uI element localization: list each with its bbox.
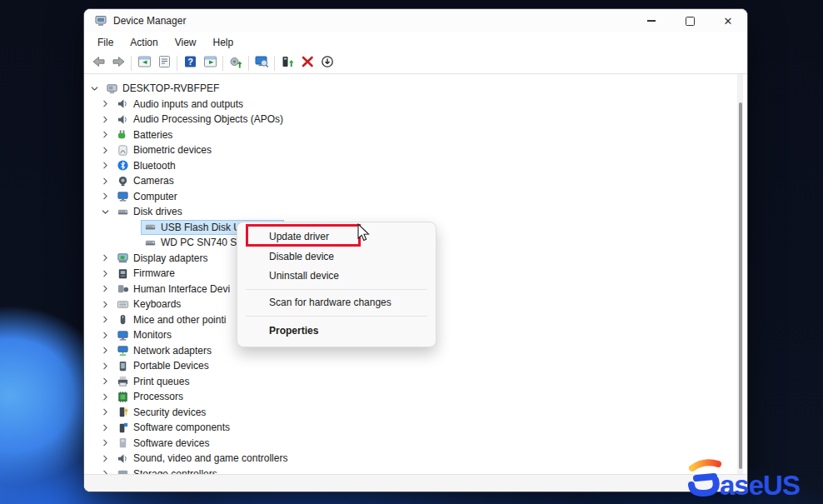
- chevron-right-icon[interactable]: [100, 99, 110, 109]
- device-item[interactable]: Security devices: [113, 405, 209, 420]
- chevron-right-icon[interactable]: [100, 161, 110, 171]
- chevron-right-icon[interactable]: [100, 145, 110, 155]
- tree-row[interactable]: Cameras: [84, 173, 747, 189]
- device-item[interactable]: DESKTOP-RVBFPEF: [102, 81, 222, 96]
- chevron-right-icon[interactable]: [100, 453, 110, 463]
- help-button[interactable]: ?: [180, 54, 200, 72]
- tree-row[interactable]: Biometric devices: [84, 142, 747, 158]
- tree-row[interactable]: Security devices: [84, 405, 747, 421]
- context-menu-item-properties[interactable]: Properties: [237, 320, 436, 342]
- device-item[interactable]: Audio inputs and outputs: [113, 97, 247, 112]
- chevron-right-icon[interactable]: [100, 315, 110, 325]
- chevron-right-icon[interactable]: [100, 377, 110, 387]
- context-menu-item-uninstall-device[interactable]: Uninstall device: [237, 267, 436, 286]
- software-device-icon: [117, 437, 129, 449]
- device-item[interactable]: Display adapters: [113, 251, 211, 266]
- device-item[interactable]: Print queues: [113, 374, 192, 389]
- tree-row[interactable]: Storage controllers: [84, 467, 747, 475]
- device-item[interactable]: Biometric devices: [113, 142, 215, 157]
- device-item[interactable]: Software devices: [113, 436, 212, 451]
- maximize-button[interactable]: [671, 9, 709, 32]
- chevron-right-icon[interactable]: [100, 299, 110, 309]
- context-menu-item-update-driver[interactable]: Update driver: [237, 226, 436, 247]
- device-item[interactable]: Portable Devices: [113, 358, 212, 373]
- device-item[interactable]: Keyboards: [113, 297, 184, 312]
- close-button[interactable]: ✕: [709, 9, 747, 32]
- chevron-right-icon[interactable]: [100, 130, 110, 140]
- tree-row[interactable]: Batteries: [84, 127, 747, 143]
- tree-row[interactable]: Processors: [84, 389, 747, 405]
- chevron-down-icon[interactable]: [100, 207, 110, 217]
- chevron-right-icon[interactable]: [100, 284, 110, 294]
- device-item[interactable]: Cameras: [113, 173, 177, 188]
- chevron-right-icon[interactable]: [100, 422, 110, 432]
- tree-row[interactable]: Audio inputs and outputs: [84, 97, 747, 112]
- device-item[interactable]: Human Interface Devi: [113, 282, 233, 297]
- device-item[interactable]: Computer: [113, 189, 181, 204]
- device-update-button[interactable]: [277, 54, 297, 72]
- menu-view[interactable]: View: [167, 34, 205, 51]
- chevron-right-icon[interactable]: [100, 192, 110, 202]
- chevron-right-icon[interactable]: [100, 176, 110, 186]
- device-item-label: Print queues: [133, 376, 189, 387]
- properties-button[interactable]: [154, 54, 174, 72]
- tree-row[interactable]: Sound, video and game controllers: [84, 451, 747, 467]
- vertical-scrollbar[interactable]: [737, 74, 743, 474]
- minimize-button[interactable]: [632, 9, 671, 32]
- title-bar[interactable]: Device Manager ✕: [84, 9, 747, 32]
- context-menu: Update driverDisable deviceUninstall dev…: [237, 222, 436, 347]
- device-item[interactable]: Storage controllers: [113, 467, 221, 474]
- forward-button[interactable]: [108, 54, 128, 72]
- printer-icon: [117, 375, 129, 387]
- context-menu-item-scan-for-hardware-changes[interactable]: Scan for hardware changes: [237, 293, 436, 312]
- cpu-icon: [117, 391, 129, 403]
- show-action-pane-button[interactable]: [200, 54, 220, 72]
- speaker-icon: [117, 113, 129, 126]
- tree-row[interactable]: Software devices: [84, 436, 747, 452]
- scan-hardware-changes-button[interactable]: [252, 54, 272, 72]
- back-button[interactable]: [88, 54, 108, 72]
- menu-action[interactable]: Action: [122, 34, 166, 51]
- device-item[interactable]: Software components: [113, 420, 233, 435]
- tree-row[interactable]: DESKTOP-RVBFPEF: [84, 81, 747, 97]
- device-item[interactable]: Batteries: [113, 127, 176, 142]
- uninstall-device-button[interactable]: [297, 54, 317, 72]
- chevron-right-icon[interactable]: [100, 469, 110, 474]
- chevron-right-icon[interactable]: [100, 253, 110, 263]
- show-console-tree-button[interactable]: [134, 54, 154, 72]
- chevron-right-icon[interactable]: [100, 330, 110, 340]
- chevron-right-icon[interactable]: [100, 346, 110, 356]
- chevron-right-icon[interactable]: [100, 438, 110, 448]
- tree-row[interactable]: Software components: [84, 420, 747, 436]
- tree-row[interactable]: Bluetooth: [84, 158, 747, 174]
- device-item[interactable]: Audio Processing Objects (APOs): [113, 112, 287, 127]
- device-item[interactable]: Mice and other pointi: [113, 312, 229, 327]
- device-item[interactable]: Firmware: [113, 266, 178, 281]
- tree-row[interactable]: Print queues: [84, 374, 747, 390]
- tree-row[interactable]: Disk drives: [84, 204, 747, 220]
- storage-icon: [117, 467, 129, 474]
- menu-help[interactable]: Help: [205, 34, 242, 51]
- context-menu-item-disable-device[interactable]: Disable device: [237, 247, 436, 267]
- tree-row[interactable]: Computer: [84, 189, 747, 205]
- tree-row[interactable]: Portable Devices: [84, 358, 747, 374]
- device-item[interactable]: Disk drives: [113, 204, 186, 219]
- scrollbar-thumb[interactable]: [739, 102, 742, 469]
- device-item[interactable]: Sound, video and game controllers: [113, 451, 291, 466]
- tree-row[interactable]: Audio Processing Objects (APOs): [84, 112, 747, 127]
- update-driver-button[interactable]: [226, 54, 246, 72]
- device-item[interactable]: Bluetooth: [113, 158, 179, 173]
- chevron-right-icon[interactable]: [100, 361, 110, 371]
- disable-device-button[interactable]: [317, 54, 337, 72]
- chevron-right-icon[interactable]: [100, 268, 110, 278]
- device-item-label: DESKTOP-RVBFPEF: [122, 82, 219, 94]
- device-item[interactable]: Network adapters: [113, 343, 215, 358]
- menu-file[interactable]: File: [89, 34, 122, 51]
- mouse-icon: [117, 313, 129, 326]
- chevron-right-icon[interactable]: [100, 392, 110, 402]
- chevron-right-icon[interactable]: [100, 407, 110, 417]
- device-item[interactable]: Monitors: [113, 327, 175, 342]
- device-item[interactable]: Processors: [113, 389, 187, 404]
- chevron-down-icon[interactable]: [89, 83, 99, 93]
- chevron-right-icon[interactable]: [100, 114, 110, 124]
